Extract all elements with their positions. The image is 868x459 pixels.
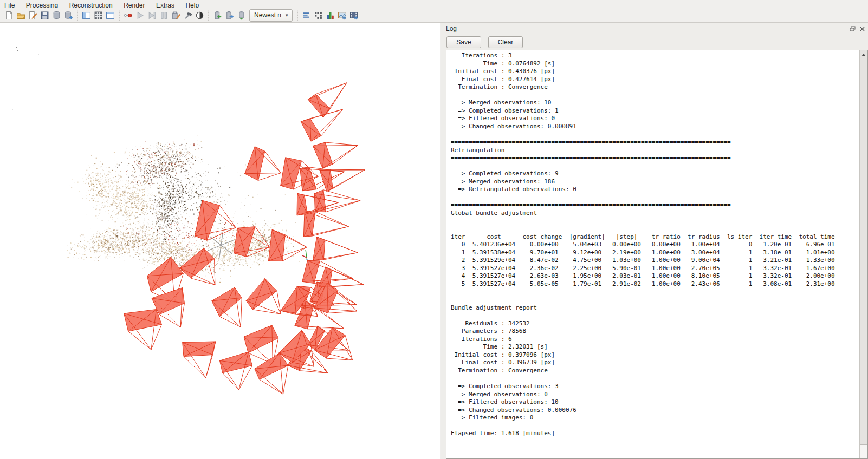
float-window-icon [850,26,856,32]
framed-window-icon [106,11,115,20]
scrollbar-thumb[interactable] [860,444,867,458]
contrast-icon [195,11,204,20]
render-options-button[interactable] [193,9,205,22]
edit-project-button[interactable] [27,9,38,22]
toolbar-separator [296,10,300,21]
dock-float-button[interactable] [848,25,856,32]
record-path-icon [124,11,133,20]
new-file-icon [4,11,14,20]
toolbar-separator [75,10,79,21]
building-update-icon [237,11,246,20]
dense-reconstruction-button[interactable] [182,9,193,22]
database-icon [52,11,61,20]
grab-image-button[interactable] [336,9,348,22]
model-selector-dropdown[interactable]: Newest n ▾ [249,9,293,22]
building-export-icon [225,11,234,20]
bar-chart-icon [326,11,335,20]
play-icon [135,11,145,20]
automatic-reconstruction-button[interactable] [122,9,134,22]
screenshot-icon [338,11,347,20]
edit-file-icon [28,11,37,20]
database-management-button[interactable] [104,9,116,22]
match-matrix-button[interactable] [313,9,325,22]
feature-extraction-button[interactable] [80,9,92,22]
grab-movie-button[interactable] [348,9,360,22]
pause-icon [159,11,169,20]
step-forward-icon [147,11,157,20]
save-project-button[interactable] [38,9,50,22]
toolbar-separator [117,10,121,21]
open-project-button[interactable] [15,9,27,22]
import-images-button[interactable] [211,9,223,22]
bundle-adjustment-button[interactable] [170,9,182,22]
import-model-button[interactable] [50,9,62,22]
log-scrollbar[interactable] [859,50,867,458]
model-viewport[interactable] [0,23,440,459]
open-folder-icon [16,11,25,20]
log-dock-title: Log [446,25,457,32]
panel-window-icon [82,11,91,20]
scrollbar-up-button[interactable] [860,51,867,58]
save-icon [40,11,49,20]
log-lines-icon [302,11,311,20]
export-images-button[interactable] [223,9,235,22]
matrix-icon [314,11,323,20]
film-icon [349,11,359,20]
dock-close-button[interactable] [858,25,866,32]
building-import-icon [213,11,222,20]
update-model-button[interactable] [235,9,247,22]
hammer-icon [183,11,192,20]
new-project-button[interactable] [3,9,15,22]
log-dock-panel: Log Save Clear Iterations : 3 Time : 0.0… [441,23,868,459]
toolbar-separator [206,10,210,21]
chevron-down-icon: ▾ [286,12,288,18]
start-reconstruction-button[interactable] [134,9,146,22]
save-log-button[interactable]: Save [446,36,481,48]
grid-table-icon [94,11,103,20]
reconstruct-next-image-button[interactable] [146,9,158,22]
database-export-icon [64,11,73,20]
menu-bar: File Processing Reconstruction Render Ex… [0,0,868,8]
log-text-area[interactable]: Iterations : 3 Time : 0.0764892 [s] Init… [446,50,868,459]
log-button[interactable] [301,9,313,22]
clear-log-button[interactable]: Clear [488,36,523,48]
toolbar: Newest n ▾ [0,8,868,23]
pause-reconstruction-button[interactable] [158,9,170,22]
log-text-content: Iterations : 3 Time : 0.0764892 [s] Init… [446,50,867,458]
export-model-button[interactable] [62,9,74,22]
adjust-model-icon [171,11,180,20]
close-icon [859,26,865,32]
log-dock-header: Log [441,23,868,34]
model-selector-value: Newest n [254,11,281,19]
feature-matching-button[interactable] [92,9,104,22]
up-arrow-icon [861,54,866,56]
statistics-button[interactable] [325,9,336,22]
